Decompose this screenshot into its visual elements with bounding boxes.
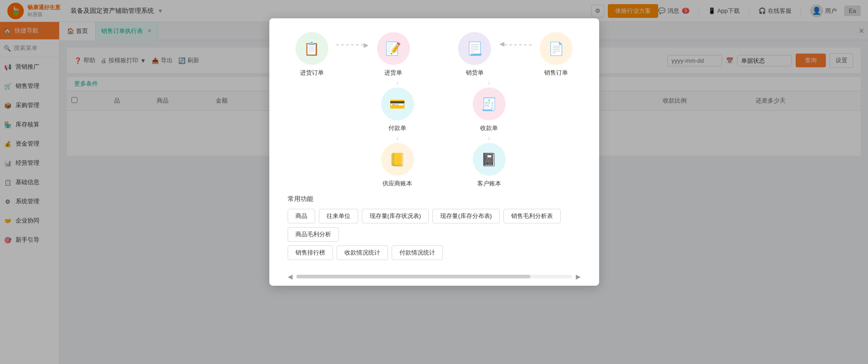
modal-scrollbar-area: ◀ ▶: [269, 269, 599, 286]
sales-bill-label: 销货单: [466, 69, 484, 77]
common-buttons-row2: 销售排行榜 收款情况统计 付款情况统计: [288, 245, 581, 260]
flow-item-purchase-order[interactable]: 📋 进货订单: [288, 32, 337, 77]
payment-bill-icon: 💳: [381, 87, 414, 120]
modal-overlay: 📋 进货订单 ▶: [60, 22, 868, 364]
flow-item-supplier-ledger[interactable]: 📒 供应商账本: [370, 143, 425, 188]
arrow-down-receipt: ↓: [462, 134, 517, 141]
purchase-bill-label: 进货单: [384, 69, 402, 77]
flow-item-sales-order[interactable]: 📄 销售订单: [532, 32, 581, 77]
common-functions-title: 常用功能: [288, 195, 581, 203]
flow-item-purchase-bill[interactable]: 📝 进货单: [369, 32, 418, 77]
btn-sales-ranking[interactable]: 销售排行榜: [288, 245, 333, 260]
customer-ledger-label: 客户账本: [477, 179, 501, 188]
purchase-order-icon: 📋: [295, 32, 328, 65]
sales-bill-icon: 📃: [458, 32, 491, 65]
btn-partners[interactable]: 往来单位: [319, 209, 358, 223]
btn-stock-status[interactable]: 现存量(库存状况表): [362, 209, 429, 223]
scrollbar-track: [296, 275, 572, 278]
flow-item-payment-bill[interactable]: 💳 付款单: [370, 87, 425, 132]
content-area: 🏠 首页 销售订单执行表 ✕ ✕ ❓ 帮助: [60, 22, 868, 364]
payment-bill-label: 付款单: [388, 124, 406, 132]
quick-nav-modal: 📋 进货订单 ▶: [269, 22, 599, 286]
arrow-down-payment: ↓: [370, 134, 425, 141]
customer-ledger-icon: 📓: [473, 143, 506, 176]
btn-goods-gross-profit[interactable]: 商品毛利分析: [288, 227, 339, 242]
btn-stock-distribution[interactable]: 现存量(库存分布表): [432, 209, 500, 223]
arrow-purchase-to-bill: ▶: [336, 32, 369, 49]
sales-order-icon: 📄: [540, 32, 573, 65]
purchase-order-label: 进货订单: [300, 69, 324, 77]
receipt-bill-label: 收款单: [480, 124, 498, 132]
receipt-bill-icon: 🧾: [473, 87, 506, 120]
sales-order-label: 销售订单: [544, 69, 568, 77]
btn-receipt-stats[interactable]: 收款情况统计: [337, 245, 388, 260]
modal-body: 📋 进货订单 ▶: [269, 22, 599, 269]
arrow-down-sales-bill: ↓: [462, 79, 517, 86]
scroll-right-button[interactable]: ▶: [576, 273, 581, 280]
btn-sales-gross-profit[interactable]: 销售毛利分析表: [503, 209, 561, 223]
arrow-down-purchase-bill: ↓: [370, 79, 425, 86]
btn-goods[interactable]: 商品: [288, 209, 315, 223]
purchase-bill-icon: 📝: [377, 32, 410, 65]
supplier-ledger-icon: 📒: [381, 143, 414, 176]
flow-item-receipt-bill[interactable]: 🧾 收款单: [462, 87, 517, 132]
common-functions-section: 常用功能 商品 往来单位 现存量(库存状况表) 现存量(库存分布表) 销售毛利分…: [288, 195, 581, 260]
supplier-ledger-label: 供应商账本: [382, 179, 412, 188]
btn-payment-stats[interactable]: 付款情况统计: [392, 245, 443, 260]
arrow-sales-order-to-bill: ▶: [499, 32, 532, 49]
common-buttons-row1: 商品 往来单位 现存量(库存状况表) 现存量(库存分布表) 销售毛利分析表 商品…: [288, 209, 581, 242]
flow-item-sales-bill[interactable]: 📃 销货单: [450, 32, 499, 77]
scroll-left-button[interactable]: ◀: [288, 273, 293, 280]
scrollbar-thumb[interactable]: [296, 275, 531, 278]
flow-item-customer-ledger[interactable]: 📓 客户账本: [462, 143, 517, 188]
